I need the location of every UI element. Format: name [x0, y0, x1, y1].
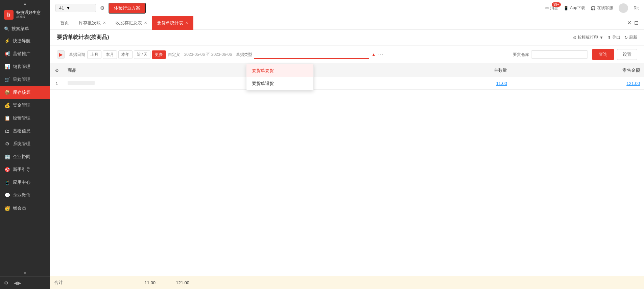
- header: 41 ▼ ⚙ 体验行业方案 ✉ 消息 99+ 📱 App下载 🎧 在线客服 Ri…: [50, 0, 644, 16]
- row-quantity[interactable]: 11.00: [401, 77, 511, 90]
- header-right: ✉ 消息 99+ 📱 App下载 🎧 在线客服 Rit: [545, 3, 639, 13]
- row-product: [64, 77, 245, 90]
- sidebar-item-wechat[interactable]: 💬 企业微信: [0, 189, 50, 202]
- promo-button[interactable]: 体验行业方案: [109, 3, 146, 14]
- sidebar-item-purchase[interactable]: 🛒 采购管理: [0, 73, 50, 86]
- type-chevron-up-icon[interactable]: ▲: [371, 52, 376, 57]
- collapse-icon[interactable]: ◀▶: [14, 280, 21, 286]
- search-icon: 🔍: [4, 26, 9, 31]
- header-gear-icon[interactable]: ⚙: [100, 5, 104, 11]
- tab-home[interactable]: 首页: [55, 16, 74, 30]
- sidebar-item-basic[interactable]: 🗂 基础信息: [0, 125, 50, 137]
- date-year-btn[interactable]: 本年: [118, 50, 133, 59]
- dropdown-item-requisition-return[interactable]: 要货单退货: [246, 77, 313, 90]
- sidebar-item-sales[interactable]: 📊 销售管理: [0, 60, 50, 73]
- row-amount[interactable]: 121.00: [511, 77, 644, 90]
- tab-requisition-stats[interactable]: 要货单统计表 ✕: [152, 16, 193, 30]
- data-table: ⚙ 商品 主计量单位 主数量 零售金额: [50, 64, 644, 90]
- sidebar-item-operation[interactable]: 📋 经营管理: [0, 112, 50, 125]
- selector-chevron-icon: ▼: [66, 5, 70, 10]
- export-button[interactable]: ⬆ 导出: [607, 35, 620, 40]
- sidebar-item-enterprise[interactable]: 🏢 企业协同: [0, 150, 50, 163]
- tab-inventory-batch[interactable]: 库存批次账 ✕: [74, 16, 111, 30]
- sidebar-item-finance[interactable]: 💰 资金管理: [0, 99, 50, 112]
- query-button[interactable]: 查询: [592, 49, 614, 60]
- date-custom-label[interactable]: 自定义: [168, 52, 180, 58]
- date-preset-buttons: 上月 本月 本年 近7天 更多: [87, 50, 166, 59]
- enterprise-icon: 🏢: [4, 154, 10, 160]
- warehouse-filter-input[interactable]: [531, 50, 588, 59]
- settings-bottom-icon[interactable]: ⚙: [4, 280, 8, 286]
- date-7days-btn[interactable]: 近7天: [134, 50, 150, 59]
- sidebar-item-system[interactable]: ⚙ 系统管理: [0, 137, 50, 150]
- filter-expand-button[interactable]: ▶: [57, 50, 65, 59]
- dropdown-item-requisition-order[interactable]: 要货单要货: [246, 64, 313, 77]
- row-seq: 1: [50, 77, 64, 90]
- date-current-month-btn[interactable]: 本月: [103, 50, 117, 59]
- warehouse-filter-group: 要货仓库: [513, 50, 588, 59]
- type-more-icon[interactable]: ⋯: [378, 51, 383, 58]
- table-settings-icon[interactable]: ⚙: [55, 68, 59, 73]
- sidebar-item-inventory[interactable]: 📦 库存核算: [0, 86, 50, 99]
- finance-icon: 💰: [4, 102, 10, 108]
- print-button[interactable]: 🖨 按模板打印 ▼: [572, 35, 603, 40]
- date-last-month-btn[interactable]: 上月: [87, 50, 101, 59]
- tab-close-receive-summary[interactable]: ✕: [144, 21, 147, 25]
- tab-close-all-icon[interactable]: ✕: [627, 20, 631, 26]
- filter-bar: ▶ 单据日期 上月 本月 本年 近7天 更多 自定义 2023-05-06 至 …: [50, 46, 644, 63]
- col-header-quantity: 主数量: [401, 64, 511, 77]
- page-content: 要货单统计表(按商品) 🖨 按模板打印 ▼ ⬆ 导出 ↻ 刷新 ▶: [50, 30, 644, 289]
- headset-icon: 🎧: [591, 6, 596, 10]
- sidebar-bottom: ⚙ ◀▶: [0, 276, 50, 289]
- type-filter-group: 单据类型 ▲ ⋯: [236, 50, 509, 59]
- page-actions: 🖨 按模板打印 ▼ ⬆ 导出 ↻ 刷新: [572, 35, 637, 40]
- sidebar-search[interactable]: 🔍 搜索菜单: [0, 23, 50, 35]
- sidebar-item-guide[interactable]: 🎯 新手引导: [0, 163, 50, 176]
- tab-close-requisition-stats[interactable]: ✕: [185, 21, 188, 25]
- tab-close-inventory-batch[interactable]: ✕: [103, 21, 106, 25]
- print-icon: 🖨: [572, 35, 576, 40]
- footer-quantity: 11.00: [122, 280, 156, 285]
- date-filter-group: 单据日期 上月 本月 本年 近7天 更多 自定义 2023-05-06 至 20…: [69, 50, 232, 59]
- filter-actions: 查询 设置: [592, 49, 637, 60]
- footer-amount: 121.00: [156, 280, 189, 285]
- settings-button[interactable]: 设置: [617, 49, 637, 60]
- username-label: Rit: [634, 6, 639, 10]
- type-filter-input[interactable]: [254, 50, 369, 59]
- refresh-button[interactable]: ↻ 刷新: [624, 35, 637, 40]
- print-chevron-icon: ▼: [599, 35, 603, 40]
- app-download-button[interactable]: 📱 App下载: [564, 5, 585, 11]
- avatar[interactable]: [619, 3, 628, 13]
- guide-icon: 🎯: [4, 166, 10, 173]
- company-selector[interactable]: 41 ▼: [55, 4, 96, 12]
- basic-icon: 🗂: [4, 128, 10, 134]
- date-filter-label: 单据日期: [69, 52, 85, 58]
- app-name: 畅捷通好生意 标准版: [16, 10, 41, 19]
- sidebar-item-quick-nav[interactable]: ⚡ 快捷导航: [0, 35, 50, 47]
- tabs-actions: ✕ ⊡: [627, 20, 639, 26]
- table-header-row: ⚙ 商品 主计量单位 主数量 零售金额: [50, 64, 644, 77]
- sidebar-item-marketing[interactable]: 📢 营销推广: [0, 47, 50, 60]
- marketing-icon: 📢: [4, 51, 10, 57]
- main-area: 41 ▼ ⚙ 体验行业方案 ✉ 消息 99+ 📱 App下载 🎧 在线客服 Ri…: [50, 0, 644, 289]
- operation-icon: 📋: [4, 115, 10, 121]
- quick-nav-icon: ⚡: [4, 38, 10, 44]
- date-more-btn[interactable]: 更多: [152, 50, 166, 59]
- page-title: 要货单统计表(按商品): [57, 34, 109, 41]
- sidebar-scroll-up[interactable]: ▲: [0, 0, 50, 7]
- sidebar: ▲ b 畅捷通好生意 标准版 🔍 搜索菜单 ⚡ 快捷导航 📢 营销推广 📊 销售…: [0, 0, 50, 289]
- sidebar-item-appstore[interactable]: 📱 应用中心: [0, 176, 50, 189]
- tab-restore-icon[interactable]: ⊡: [634, 20, 639, 26]
- tab-receive-summary[interactable]: 收发存汇总表 ✕: [111, 16, 152, 30]
- message-button[interactable]: ✉ 消息 99+: [545, 5, 558, 11]
- mobile-icon: 📱: [564, 6, 569, 10]
- sidebar-scroll-down[interactable]: ▼: [0, 270, 50, 276]
- customer-service-button[interactable]: 🎧 在线客服: [591, 5, 613, 11]
- sidebar-item-member[interactable]: 👑 畅会员: [0, 202, 50, 215]
- purchase-icon: 🛒: [4, 76, 10, 83]
- header-left: 41 ▼ ⚙ 体验行业方案: [55, 3, 146, 14]
- table-footer: 合计 11.00 121.00: [50, 276, 644, 289]
- tab-bar: 首页 库存批次账 ✕ 收发存汇总表 ✕ 要货单统计表 ✕ ✕ ⊡: [50, 16, 644, 30]
- sidebar-nav: ⚡ 快捷导航 📢 营销推广 📊 销售管理 🛒 采购管理 📦 库存核算 💰 资金管…: [0, 35, 50, 270]
- page-header: 要货单统计表(按商品) 🖨 按模板打印 ▼ ⬆ 导出 ↻ 刷新: [50, 30, 644, 45]
